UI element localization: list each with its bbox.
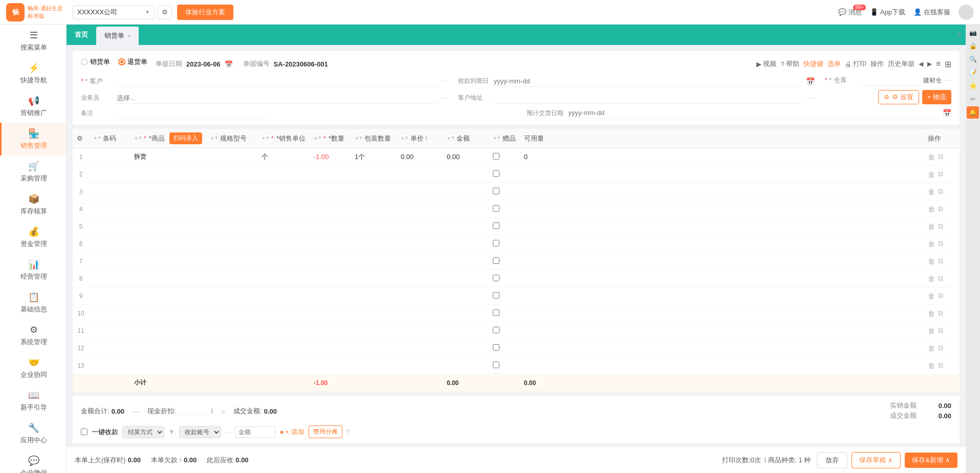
radio-sales-order[interactable]: 销货单 [81,57,110,66]
operation-btn[interactable]: 操作 [870,59,884,69]
row-gift[interactable] [489,357,520,374]
tab-close-icon[interactable]: × [127,33,130,39]
row-amount[interactable] [443,253,489,270]
row-unit-price[interactable] [397,357,443,374]
delete-row-icon[interactable]: 🗑 [928,188,935,196]
row-unit[interactable] [257,166,310,183]
row-product[interactable] [130,270,206,287]
trial-button[interactable]: 体验行业方案 [177,5,233,20]
row-spec[interactable] [206,253,257,270]
right-panel-alert-icon[interactable]: 🔔 [967,106,979,119]
row-pack-qty[interactable] [351,305,397,322]
row-unit-price[interactable] [397,235,443,253]
shortcut-btn[interactable]: 快捷键 [803,59,823,69]
price-sort-icon[interactable]: ▲▼ [401,137,409,140]
row-pack-qty[interactable] [351,270,397,287]
list-view-icon[interactable]: ≡ [936,59,941,69]
qty-sort-icon[interactable]: ▲▼ [314,137,322,140]
row-amount[interactable] [443,270,489,287]
sidebar-item-sales[interactable]: 🏪 销售管理 [0,123,66,155]
pack-qty-sort-icon[interactable]: ▲▼ [355,137,363,140]
row-amount[interactable] [443,166,489,183]
delete-row-icon[interactable]: 🗑 [928,257,935,265]
unit-sort-icon[interactable]: ▲▼ [262,137,270,140]
row-gift[interactable] [489,270,520,287]
row-gift[interactable] [489,235,520,253]
customer-dots-icon[interactable]: ··· [441,77,447,86]
row-barcode[interactable] [89,253,130,270]
row-amount[interactable] [443,340,489,357]
row-barcode[interactable] [89,305,130,322]
sidebar-item-wechat[interactable]: 💬 企业微信 [0,450,66,473]
row-gift[interactable] [489,200,520,218]
row-unit[interactable] [257,253,310,270]
row-quantity[interactable] [310,357,351,374]
save-new-chevron[interactable]: ∧ [945,456,950,464]
copy-row-icon[interactable]: ⧉ [938,152,943,161]
row-unit[interactable]: 个 [257,148,310,166]
row-barcode[interactable] [89,200,130,218]
settlement-method-dropdown[interactable]: ▼ [168,428,175,436]
row-barcode[interactable] [89,322,130,340]
online-service-button[interactable]: 👤 在线客服 [913,8,950,17]
copy-row-icon[interactable]: ⧉ [938,222,943,231]
row-quantity[interactable] [310,270,351,287]
save-draft-button[interactable]: 保存草稿 ∧ [852,452,901,468]
settings-icon[interactable]: ⚙ [158,5,172,19]
row-product[interactable] [130,287,206,305]
calendar3-icon[interactable]: 📅 [943,109,951,117]
sidebar-item-basic-info[interactable]: 📋 基础信息 [0,286,66,319]
row-barcode[interactable] [89,270,130,287]
row-spec[interactable] [206,200,257,218]
row-unit[interactable] [257,183,310,200]
row-spec[interactable] [206,287,257,305]
row-gift[interactable] [489,322,520,340]
delete-row-icon[interactable]: 🗑 [928,170,935,178]
delete-row-icon[interactable]: 🗑 [928,362,935,370]
settlement-method-select[interactable]: 结算方式 [122,426,164,438]
row-unit-price[interactable] [397,166,443,183]
amount-input[interactable] [235,426,276,438]
row-unit[interactable] [257,305,310,322]
row-quantity[interactable] [310,166,351,183]
row-unit[interactable] [257,235,310,253]
total-owed-info-icon[interactable]: ℹ [180,457,182,463]
row-unit[interactable] [257,218,310,235]
spec-sort-icon[interactable]: ▲▼ [210,137,219,140]
delete-row-icon[interactable]: 🗑 [928,275,935,283]
cash-discount-input[interactable] [178,407,209,415]
row-gift[interactable] [489,166,520,183]
row-amount[interactable] [443,218,489,235]
one-click-payment-checkbox[interactable] [81,429,88,435]
window-close-icon[interactable]: × [953,30,966,39]
row-pack-qty[interactable] [351,235,397,253]
row-unit-price[interactable] [397,322,443,340]
row-spec[interactable] [206,305,257,322]
row-unit[interactable] [257,357,310,374]
right-panel-search-icon[interactable]: 🔍 [967,53,979,65]
sidebar-item-purchase[interactable]: 🛒 采购管理 [0,155,66,188]
row-quantity[interactable] [310,183,351,200]
row-pack-qty[interactable] [351,287,397,305]
row-unit[interactable] [257,287,310,305]
delete-row-icon[interactable]: 🗑 [928,292,935,300]
copy-row-icon[interactable]: ⧉ [938,205,943,213]
tab-home[interactable]: 首页 [67,25,96,45]
row-spec[interactable] [206,340,257,357]
row-amount[interactable] [443,235,489,253]
row-barcode[interactable] [89,183,130,200]
staff-dots-icon[interactable]: ··· [441,94,447,103]
row-product[interactable] [130,322,206,340]
delete-row-icon[interactable]: 🗑 [928,153,935,161]
row-unit-price[interactable] [397,218,443,235]
copy-row-icon[interactable]: ⧉ [938,274,943,283]
row-spec[interactable] [206,322,257,340]
row-barcode[interactable] [89,166,130,183]
row-product[interactable] [130,200,206,218]
print-btn[interactable]: 🖨 打印 [845,59,866,69]
settlement-account-select[interactable]: 收款账号 [179,426,221,438]
copy-row-icon[interactable]: ⧉ [938,170,943,178]
expense-info-icon[interactable]: ? [346,429,350,436]
video-btn[interactable]: ▶ 视频 [756,59,776,69]
row-quantity[interactable] [310,340,351,357]
